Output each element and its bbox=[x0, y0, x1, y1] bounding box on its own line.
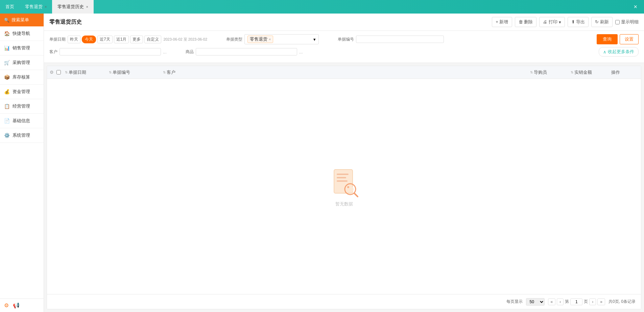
customer-ellipsis[interactable]: ... bbox=[163, 49, 167, 54]
page-size-select[interactable]: 50 20 100 bbox=[526, 298, 545, 306]
bill-type-tag: 零售退货 × bbox=[247, 36, 273, 43]
col-header-ops: 操作 bbox=[611, 69, 638, 75]
purchase-icon: 🛒 bbox=[4, 60, 10, 65]
bill-type-filter: 单据类型 零售退货 × ▾ bbox=[226, 34, 319, 44]
sidebar-bottom: ⚙ 📢 bbox=[0, 298, 44, 312]
system-icon: ⚙️ bbox=[4, 133, 10, 138]
tab-retail-return-close[interactable]: × bbox=[45, 5, 47, 9]
sort-icon-date[interactable]: ⇅ bbox=[65, 70, 68, 74]
query-button[interactable]: 查询 bbox=[597, 34, 618, 44]
sidebar-item-quicknav[interactable]: 🏠 快捷导航 bbox=[0, 26, 44, 41]
collapse-filter-button[interactable]: ∧ 收起更多条件 bbox=[599, 47, 639, 57]
customer-label: 客户 bbox=[49, 49, 57, 55]
sidebar-item-operations[interactable]: 📋 经营管理 bbox=[0, 99, 44, 114]
delete-button[interactable]: 🗑 删除 bbox=[515, 17, 537, 27]
bill-no-label: 单据编号 bbox=[338, 37, 354, 42]
refresh-button[interactable]: ↻ 刷新 bbox=[591, 17, 613, 27]
bill-type-select[interactable]: 零售退货 × ▾ bbox=[244, 34, 319, 44]
date-custom-btn[interactable]: 自定义 bbox=[144, 36, 161, 43]
table-header: ⚙ ⇅ 单据日期 ⇅ 单据编号 ⇅ 客户 ⇅ 导购员 bbox=[47, 66, 641, 79]
inventory-icon: 📦 bbox=[4, 74, 10, 80]
top-bar: 首页 零售退货 × 零售退货历史 × × bbox=[0, 0, 644, 14]
svg-rect-1 bbox=[337, 174, 349, 175]
last-page-button[interactable]: » bbox=[597, 298, 605, 305]
sort-icon-guide[interactable]: ⇅ bbox=[530, 70, 533, 74]
next-page-button[interactable]: › bbox=[589, 298, 596, 305]
tab-retail-return[interactable]: 零售退货 × bbox=[20, 0, 52, 14]
goods-input[interactable] bbox=[196, 48, 297, 55]
page-title: 零售退货历史 bbox=[49, 19, 82, 29]
col-header-customer: ⇅ 客户 bbox=[163, 69, 530, 75]
date-yesterday-btn[interactable]: 昨天 bbox=[68, 36, 80, 43]
sidebar-item-finance[interactable]: 💰 资金管理 bbox=[0, 85, 44, 99]
sidebar-item-purchase[interactable]: 🛒 采购管理 bbox=[0, 55, 44, 70]
col-header-billno: ⇅ 单据编号 bbox=[109, 69, 163, 75]
filter-row-2: 客户 ... 商品 ... ∧ 收起更多条件 bbox=[49, 47, 639, 57]
svg-rect-2 bbox=[337, 177, 346, 178]
filter-row-1: 单据日期 昨天 今天 近7天 近1月 更多 自定义 2023-06-02 至 2… bbox=[49, 34, 639, 44]
sort-icon-customer[interactable]: ⇅ bbox=[163, 70, 166, 74]
table-area: ⚙ ⇅ 单据日期 ⇅ 单据编号 ⇅ 客户 ⇅ 导购员 bbox=[47, 66, 641, 309]
print-chevron-icon: ▾ bbox=[559, 20, 561, 25]
new-button[interactable]: + 新增 bbox=[492, 17, 512, 27]
date-more-btn[interactable]: 更多 bbox=[130, 36, 143, 43]
content-area: 零售退货历史 + 新增 🗑 删除 🖨 打印 ▾ ⬆ 导出 ↻ 刷新 bbox=[44, 14, 644, 312]
goods-ellipsis[interactable]: ... bbox=[299, 49, 303, 54]
sidebar: 🔍 搜索菜单 🏠 快捷导航 📊 销售管理 🛒 采购管理 📦 库存核算 💰 资金管… bbox=[0, 14, 44, 312]
page-header: 零售退货历史 + 新增 🗑 删除 🖨 打印 ▾ ⬆ 导出 ↻ 刷新 bbox=[44, 14, 644, 31]
bill-type-tag-close[interactable]: × bbox=[269, 37, 271, 41]
tab-home[interactable]: 首页 bbox=[0, 0, 20, 14]
date-shortcuts: 昨天 今天 近7天 近1月 更多 自定义 bbox=[68, 36, 161, 43]
bill-no-input[interactable] bbox=[356, 36, 444, 43]
filter-area: 单据日期 昨天 今天 近7天 近1月 更多 自定义 2023-06-02 至 2… bbox=[44, 31, 644, 63]
search-icon: 🔍 bbox=[4, 18, 9, 23]
settings-gear-icon[interactable]: ⚙ bbox=[4, 302, 9, 309]
svg-line-6 bbox=[354, 193, 358, 197]
sort-icon-billno[interactable]: ⇅ bbox=[109, 70, 112, 74]
sidebar-item-system[interactable]: ⚙️ 系统管理 bbox=[0, 128, 44, 143]
sidebar-item-sales[interactable]: 📊 销售管理 bbox=[0, 41, 44, 55]
total-records-text: 共0页, 0条记录 bbox=[609, 299, 636, 305]
speaker-icon[interactable]: 📢 bbox=[13, 302, 20, 309]
col-header-guide: ⇅ 导购员 bbox=[530, 69, 571, 75]
bill-date-filter: 单据日期 昨天 今天 近7天 近1月 更多 自定义 2023-06-02 至 2… bbox=[49, 36, 207, 43]
table-column-settings-icon[interactable]: ⚙ bbox=[50, 70, 54, 75]
tab-retail-return-history[interactable]: 零售退货历史 × bbox=[52, 0, 93, 14]
customer-filter: 客户 ... bbox=[49, 48, 167, 55]
goods-label: 商品 bbox=[186, 49, 194, 55]
select-all-checkbox[interactable] bbox=[56, 70, 61, 74]
sidebar-search[interactable]: 🔍 搜索菜单 bbox=[0, 14, 44, 26]
sidebar-item-basic-info[interactable]: 📄 基础信息 bbox=[0, 114, 44, 128]
first-page-button[interactable]: « bbox=[548, 298, 556, 305]
col-header-date: ⇅ 单据日期 bbox=[65, 69, 109, 75]
bill-type-chevron-icon: ▾ bbox=[313, 37, 316, 42]
export-button[interactable]: ⬆ 导出 bbox=[568, 17, 589, 27]
info-icon: 📄 bbox=[4, 118, 10, 124]
prev-page-button[interactable]: ‹ bbox=[557, 298, 564, 305]
goods-filter: 商品 ... bbox=[186, 48, 303, 55]
display-detail-toggle[interactable]: 显示明细 bbox=[615, 19, 639, 25]
setting-button[interactable]: 设置 bbox=[620, 34, 639, 44]
toolbar: + 新增 🗑 删除 🖨 打印 ▾ ⬆ 导出 ↻ 刷新 显示明细 bbox=[492, 17, 639, 30]
date-today-btn[interactable]: 今天 bbox=[82, 36, 96, 43]
window-close-button[interactable]: × bbox=[631, 3, 640, 10]
sidebar-item-inventory[interactable]: 📦 库存核算 bbox=[0, 70, 44, 85]
page-label-suffix: 页 bbox=[584, 299, 588, 305]
sales-icon: 📊 bbox=[4, 45, 10, 51]
table-footer: 每页显示 50 20 100 « ‹ 第 页 › » 共0页, 0条记录 bbox=[47, 294, 641, 309]
operations-icon: 📋 bbox=[4, 104, 10, 109]
sort-icon-amount[interactable]: ⇅ bbox=[571, 70, 573, 74]
main-layout: 🔍 搜索菜单 🏠 快捷导航 📊 销售管理 🛒 采购管理 📦 库存核算 💰 资金管… bbox=[0, 14, 644, 312]
print-button[interactable]: 🖨 打印 ▾ bbox=[539, 17, 565, 27]
col-header-amount: ⇅ 实销金额 bbox=[571, 69, 611, 75]
bill-date-label: 单据日期 bbox=[49, 37, 66, 42]
date-7days-btn[interactable]: 近7天 bbox=[97, 36, 113, 43]
empty-illustration bbox=[327, 166, 361, 201]
page-number-input[interactable] bbox=[570, 298, 582, 305]
tab-retail-return-history-close[interactable]: × bbox=[86, 5, 88, 9]
customer-input[interactable] bbox=[59, 48, 161, 55]
page-label-prefix: 第 bbox=[565, 299, 569, 305]
display-detail-checkbox[interactable] bbox=[615, 20, 620, 24]
svg-rect-3 bbox=[337, 180, 348, 182]
date-1month-btn[interactable]: 近1月 bbox=[114, 36, 129, 43]
